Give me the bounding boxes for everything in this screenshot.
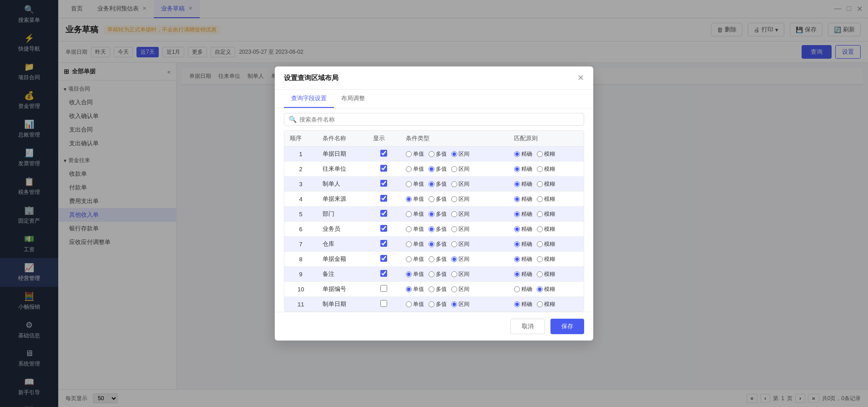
match-radio-模糊[interactable] bbox=[537, 256, 543, 262]
display-checkbox[interactable] bbox=[380, 300, 387, 307]
match-radio-模糊[interactable] bbox=[537, 226, 543, 232]
condition-radio-区间[interactable] bbox=[451, 301, 457, 307]
match-radio-模糊[interactable] bbox=[537, 151, 543, 157]
cell-name: 单据金额 bbox=[317, 252, 367, 267]
match-radio-模糊[interactable] bbox=[537, 286, 543, 292]
modal-title: 设置查询区域布局 bbox=[284, 74, 338, 82]
display-checkbox[interactable] bbox=[380, 270, 387, 277]
modal-tab-layout[interactable]: 布局调整 bbox=[334, 90, 372, 108]
condition-radio-区间[interactable] bbox=[451, 271, 457, 277]
cell-condition-type: 单值多值区间 bbox=[400, 162, 509, 177]
cell-match-rule: 精确模糊 bbox=[509, 282, 584, 297]
display-checkbox[interactable] bbox=[380, 210, 387, 217]
match-radio-精确[interactable] bbox=[514, 301, 520, 307]
condition-radio-多值[interactable] bbox=[429, 166, 434, 172]
condition-radio-多值[interactable] bbox=[429, 286, 434, 292]
condition-radio-多值[interactable] bbox=[429, 241, 434, 247]
condition-radio-多值[interactable] bbox=[429, 271, 434, 277]
condition-radio-多值[interactable] bbox=[429, 181, 434, 187]
condition-radio-区间[interactable] bbox=[451, 151, 457, 157]
cell-condition-type: 单值多值区间 bbox=[400, 192, 509, 207]
condition-radio-区间[interactable] bbox=[451, 166, 457, 172]
match-radio-精确[interactable] bbox=[514, 256, 520, 262]
modal-save-button[interactable]: 保存 bbox=[550, 319, 584, 334]
condition-radio-区间[interactable] bbox=[451, 181, 457, 187]
match-radio-精确[interactable] bbox=[514, 196, 520, 202]
condition-radio-多值[interactable] bbox=[429, 256, 434, 262]
condition-radio-区间[interactable] bbox=[451, 226, 457, 232]
cell-condition-type: 单值多值区间 bbox=[400, 267, 509, 282]
cell-order: 9 bbox=[284, 267, 317, 282]
condition-radio-多值[interactable] bbox=[429, 151, 434, 157]
condition-radio-区间[interactable] bbox=[451, 241, 457, 247]
cell-condition-type: 单值多值区间 bbox=[400, 177, 509, 192]
condition-radio-单值[interactable] bbox=[406, 166, 412, 172]
match-radio-模糊[interactable] bbox=[537, 301, 543, 307]
match-radio-精确[interactable] bbox=[514, 151, 520, 157]
match-radio-模糊[interactable] bbox=[537, 211, 543, 217]
condition-radio-多值[interactable] bbox=[429, 226, 434, 232]
modal-tab-fields[interactable]: 查询字段设置 bbox=[284, 90, 334, 108]
modal-header: 设置查询区域布局 ✕ bbox=[275, 66, 593, 90]
condition-radio-单值[interactable] bbox=[406, 181, 412, 187]
cell-name: 备注 bbox=[317, 267, 367, 282]
table-row: 6业务员单值多值区间精确模糊 bbox=[284, 222, 584, 237]
modal-close-btn[interactable]: ✕ bbox=[577, 73, 584, 83]
condition-radio-单值[interactable] bbox=[406, 256, 412, 262]
match-radio-精确[interactable] bbox=[514, 211, 520, 217]
condition-radio-单值[interactable] bbox=[406, 196, 412, 202]
condition-radio-单值[interactable] bbox=[406, 151, 412, 157]
th-modal-display: 显示 bbox=[368, 131, 400, 147]
condition-radio-单值[interactable] bbox=[406, 226, 412, 232]
cancel-button[interactable]: 取消 bbox=[510, 319, 545, 334]
display-checkbox[interactable] bbox=[380, 225, 387, 232]
cell-name: 制单人 bbox=[317, 177, 367, 192]
condition-radio-多值[interactable] bbox=[429, 211, 434, 217]
cell-name: 制单日期 bbox=[317, 297, 367, 312]
modal-tab-layout-label: 布局调整 bbox=[341, 95, 365, 102]
modal-overlay: 设置查询区域布局 ✕ 查询字段设置 布局调整 🔍 顺序 bbox=[0, 0, 868, 407]
match-radio-模糊[interactable] bbox=[537, 196, 543, 202]
condition-radio-区间[interactable] bbox=[451, 286, 457, 292]
table-row: 5部门单值多值区间精确模糊 bbox=[284, 207, 584, 222]
match-radio-精确[interactable] bbox=[514, 181, 520, 187]
display-checkbox[interactable] bbox=[380, 285, 387, 292]
table-row: 9备注单值多值区间精确模糊 bbox=[284, 267, 584, 282]
match-radio-精确[interactable] bbox=[514, 226, 520, 232]
match-radio-精确[interactable] bbox=[514, 166, 520, 172]
match-radio-精确[interactable] bbox=[514, 241, 520, 247]
cell-order: 8 bbox=[284, 252, 317, 267]
condition-radio-多值[interactable] bbox=[429, 196, 434, 202]
table-row: 4单据来源单值多值区间精确模糊 bbox=[284, 192, 584, 207]
condition-radio-单值[interactable] bbox=[406, 241, 412, 247]
display-checkbox[interactable] bbox=[380, 195, 387, 202]
cell-name: 单据来源 bbox=[317, 192, 367, 207]
modal-tab-fields-label: 查询字段设置 bbox=[291, 95, 327, 102]
condition-radio-多值[interactable] bbox=[429, 301, 434, 307]
match-radio-模糊[interactable] bbox=[537, 241, 543, 247]
display-checkbox[interactable] bbox=[380, 240, 387, 247]
modal-search-input[interactable] bbox=[299, 116, 579, 123]
display-checkbox[interactable] bbox=[380, 150, 387, 157]
display-checkbox[interactable] bbox=[380, 255, 387, 262]
condition-radio-区间[interactable] bbox=[451, 256, 457, 262]
condition-radio-区间[interactable] bbox=[451, 196, 457, 202]
table-row: 2往来单位单值多值区间精确模糊 bbox=[284, 162, 584, 177]
match-radio-模糊[interactable] bbox=[537, 181, 543, 187]
condition-radio-单值[interactable] bbox=[406, 271, 412, 277]
cell-match-rule: 精确模糊 bbox=[509, 252, 584, 267]
cell-condition-type: 单值多值区间 bbox=[400, 147, 509, 162]
condition-radio-单值[interactable] bbox=[406, 301, 412, 307]
condition-radio-单值[interactable] bbox=[406, 286, 412, 292]
display-checkbox[interactable] bbox=[380, 180, 387, 187]
display-checkbox[interactable] bbox=[380, 165, 387, 172]
condition-radio-单值[interactable] bbox=[406, 211, 412, 217]
match-radio-精确[interactable] bbox=[514, 286, 520, 292]
condition-radio-区间[interactable] bbox=[451, 211, 457, 217]
cell-condition-type: 单值多值区间 bbox=[400, 207, 509, 222]
match-radio-模糊[interactable] bbox=[537, 271, 543, 277]
modal-search: 🔍 bbox=[275, 108, 593, 130]
match-radio-精确[interactable] bbox=[514, 271, 520, 277]
cell-order: 1 bbox=[284, 147, 317, 162]
match-radio-模糊[interactable] bbox=[537, 166, 543, 172]
